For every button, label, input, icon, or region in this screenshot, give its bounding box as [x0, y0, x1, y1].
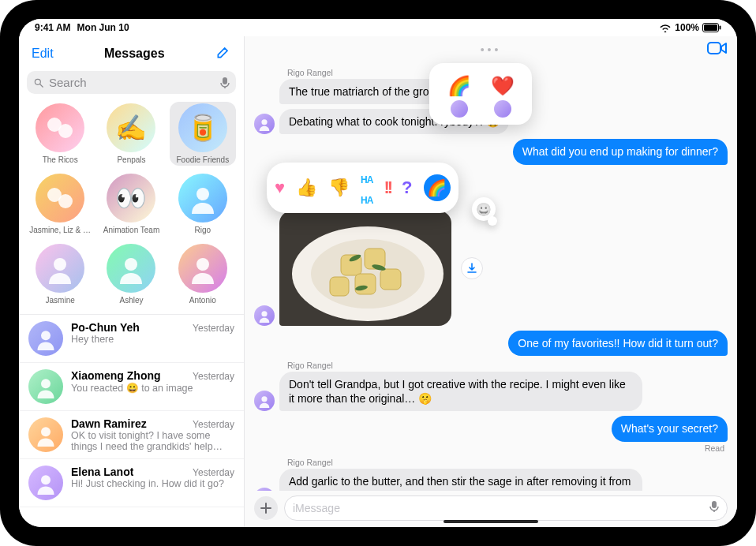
svg-rect-38	[712, 501, 717, 508]
svg-point-12	[196, 188, 209, 200]
sidebar-search[interactable]	[27, 71, 236, 94]
tapback-option-haha[interactable]: HAHA	[361, 167, 372, 208]
conversation-time: Yesterday	[193, 323, 234, 334]
svg-point-24	[261, 311, 267, 316]
pinned-label: Jasmine	[46, 296, 75, 305]
message-bubble-outgoing[interactable]: What's your secret?	[612, 416, 728, 441]
message-row: Don't tell Grandpa, but I got creative w…	[254, 372, 728, 411]
pinned-label: Penpals	[117, 155, 145, 164]
avatar	[451, 100, 468, 118]
window-controls-icon[interactable]: •••	[481, 43, 502, 56]
svg-point-11	[58, 194, 73, 208]
plus-icon	[260, 502, 272, 514]
avatar	[36, 174, 84, 223]
avatar	[36, 244, 84, 293]
message-row: Add garlic to the butter, and then stir …	[254, 469, 728, 492]
tapback-option-thumbs-up[interactable]: 👍	[296, 178, 317, 198]
search-input[interactable]	[49, 76, 215, 89]
attachments-button[interactable]	[254, 496, 278, 520]
message-bubble-outgoing[interactable]: One of my favorites!! How did it turn ou…	[508, 331, 728, 356]
tapback-add-emoji-button[interactable]: 😀	[472, 197, 496, 221]
pinned-label: The Ricos	[43, 155, 78, 164]
avatar	[107, 244, 155, 293]
message-row: One of my favorites!! How did it turn ou…	[254, 331, 728, 356]
svg-point-18	[41, 427, 51, 436]
tapback-option-question[interactable]: ?	[402, 178, 412, 198]
battery-icon	[702, 23, 721, 32]
avatar	[28, 369, 63, 404]
conversation-row[interactable]: Xiaomeng ZhongYesterdayYou reacted 😀 to …	[19, 363, 244, 411]
conversation-time: Yesterday	[193, 467, 234, 478]
avatar	[28, 321, 63, 356]
save-image-button[interactable]	[461, 257, 483, 279]
pinned-label: Jasmine, Liz & Rigo	[29, 226, 91, 234]
conversation-name: Dawn Ramirez	[71, 417, 147, 430]
compose-button[interactable]	[211, 41, 236, 66]
svg-line-5	[40, 84, 43, 87]
heart-icon: ❤️	[491, 75, 515, 97]
tapback-picker[interactable]: ♥👍👎HAHA!!?🌈	[267, 163, 458, 213]
conversation-pane: ••• Rigo RangelThe true matriarch of the…	[245, 36, 737, 527]
svg-rect-20	[708, 43, 720, 54]
conversation-row[interactable]: Elena LanotYesterdayHi! Just checking in…	[19, 459, 244, 507]
tapback-option-selected[interactable]: 🌈	[424, 174, 451, 201]
tapback-entry[interactable]: 🌈	[447, 75, 471, 118]
message-input[interactable]	[293, 502, 709, 514]
facetime-button[interactable]	[707, 41, 728, 58]
conversation-name: Po-Chun Yeh	[71, 321, 140, 334]
svg-point-22	[261, 120, 267, 125]
message-bubble-outgoing[interactable]: What did you end up making for dinner?	[513, 139, 728, 164]
tapback-entry[interactable]: ❤️	[491, 75, 515, 118]
tapback-option-thumbs-down[interactable]: 👎	[328, 178, 350, 198]
pinned-conversation[interactable]: 🥫Foodie Friends	[170, 102, 236, 166]
svg-point-13	[54, 258, 66, 271]
message-bubble-incoming[interactable]: Add garlic to the butter, and then stir …	[279, 469, 642, 492]
conversation-preview: Hi! Just checking in. How did it go?	[71, 478, 234, 489]
avatar	[254, 391, 275, 411]
dictation-button[interactable]	[709, 500, 719, 516]
pinned-conversation[interactable]: Rigo	[170, 172, 236, 236]
home-indicator[interactable]	[443, 520, 538, 523]
conversation-name: Elena Lanot	[71, 466, 133, 478]
emoji-face-icon: 😀	[476, 202, 492, 217]
edit-button[interactable]: Edit	[27, 43, 58, 64]
pinned-conversation[interactable]: Jasmine, Liz & Rigo	[27, 172, 93, 236]
message-row	[254, 211, 728, 326]
avatar	[36, 103, 84, 152]
message-row: What's your secret?	[254, 416, 728, 441]
compose-icon	[215, 44, 231, 60]
message-row: What did you end up making for dinner?	[254, 139, 728, 164]
svg-point-19	[41, 475, 51, 484]
sender-label: Rigo Rangel	[287, 458, 728, 467]
status-time: 9:41 AM	[35, 22, 71, 33]
battery-percent: 100%	[675, 22, 699, 33]
avatar	[28, 417, 63, 452]
pinned-conversation[interactable]: Jasmine	[27, 242, 93, 306]
pinned-label: Animation Team	[103, 226, 160, 234]
tapback-detail-popover[interactable]: 🌈 ❤️	[429, 63, 532, 125]
download-icon	[466, 263, 477, 274]
image-attachment[interactable]	[279, 211, 451, 326]
pinned-conversation[interactable]: The Ricos	[27, 102, 93, 166]
svg-rect-2	[720, 26, 721, 30]
svg-point-17	[41, 379, 51, 388]
tapback-option-heart[interactable]: ♥	[275, 178, 285, 198]
conversation-name: Xiaomeng Zhong	[71, 369, 161, 382]
pinned-conversation[interactable]: Ashley	[98, 242, 164, 306]
svg-rect-6	[223, 77, 227, 84]
dictation-icon[interactable]	[220, 77, 230, 89]
pinned-conversation[interactable]: 👀Animation Team	[98, 172, 164, 236]
message-bubble-incoming[interactable]: The true matriarch of the grou	[279, 79, 444, 104]
pinned-conversation[interactable]: Antonio	[170, 242, 236, 306]
conversation-row[interactable]: Dawn RamirezYesterdayOK to visit tonight…	[19, 411, 244, 459]
conversation-row[interactable]: Po-Chun YehYesterdayHey there	[19, 315, 244, 363]
message-bubble-incoming[interactable]: Don't tell Grandpa, but I got creative w…	[279, 372, 642, 411]
conversation-list[interactable]: Po-Chun YehYesterdayHey thereXiaomeng Zh…	[19, 315, 244, 527]
avatar	[28, 466, 63, 500]
food-image	[279, 211, 451, 326]
tapback-option-exclaim[interactable]: !!	[384, 178, 391, 198]
pinned-conversation[interactable]: ✍️Penpals	[98, 102, 164, 166]
sender-label: Rigo Rangel	[287, 361, 728, 370]
message-input-field[interactable]	[284, 496, 728, 521]
conversation-preview: You reacted 😀 to an image	[71, 382, 234, 394]
